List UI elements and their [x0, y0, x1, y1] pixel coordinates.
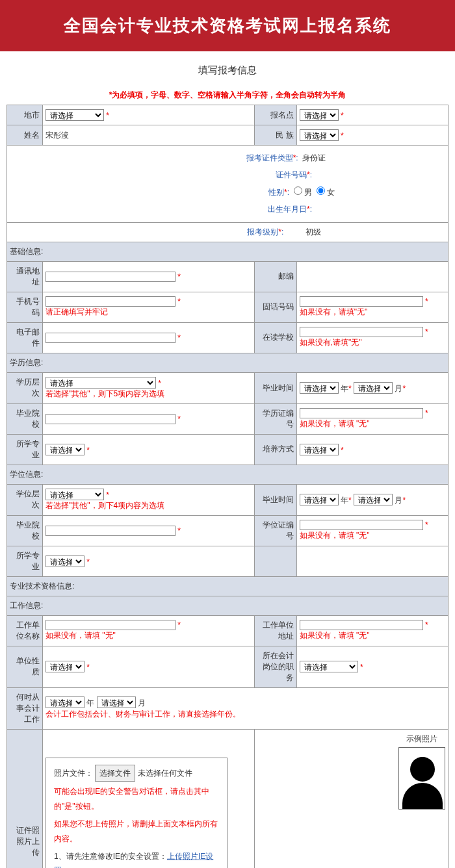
input-mobile[interactable] — [46, 296, 176, 307]
label-trainmode: 培养方式 — [254, 434, 296, 465]
cell-city: 请选择 * — [43, 105, 255, 125]
label-addr: 通讯地址 — [7, 261, 43, 292]
radio-female-label[interactable]: 女 — [317, 188, 335, 197]
hint-degcert: 如果没有，请填 "无" — [300, 531, 370, 540]
section-work: 工作信息: — [7, 596, 448, 615]
hint-educert: 如果没有，请填 "无" — [300, 419, 370, 428]
photo-warn1: 可能会出现IE的安全警告对话框，请点击其中的"是"按钮。 — [54, 784, 219, 814]
label-ethnic: 民 族 — [254, 125, 296, 146]
select-workstart-year[interactable]: 请选择 — [46, 696, 84, 708]
hint-school: 如果没有,请填"无" — [300, 338, 362, 347]
cell-site: 请选择 * — [296, 105, 448, 125]
label-mobile: 手机号码 — [7, 292, 43, 322]
radio-female[interactable] — [317, 186, 325, 195]
photo-instruction-box: 照片文件： 选择文件 未选择任何文件 可能会出现IE的安全警告对话框，请点击其中… — [46, 758, 228, 868]
required-star: * — [341, 131, 344, 140]
select-unittype[interactable]: 请选择 — [46, 661, 84, 672]
hint-phone: 如果没有，请填"无" — [300, 307, 368, 316]
cell-photo-instructions: 照片文件： 选择文件 未选择任何文件 可能会出现IE的安全警告对话框，请点击其中… — [43, 729, 255, 868]
select-grad-month[interactable]: 请选择 — [354, 382, 393, 394]
select-deg-month[interactable]: 请选择 — [354, 494, 393, 505]
section-protitle: 专业技术资格信息: — [7, 576, 448, 596]
page-header: 全国会计专业技术资格考试网上报名系统 — [0, 0, 455, 51]
select-edulevel[interactable]: 请选择 — [46, 377, 156, 389]
label-unittype: 单位性质 — [7, 646, 43, 687]
input-workunit[interactable] — [46, 620, 176, 630]
label-deg-gradtime: 毕业时间 — [254, 484, 296, 515]
label-site: 报名点 — [254, 105, 296, 125]
sample-photo-caption: 示例照片 — [398, 734, 445, 747]
input-addr[interactable] — [46, 272, 176, 282]
select-deglevel[interactable]: 请选择 — [46, 489, 104, 500]
input-degcert[interactable] — [300, 520, 423, 530]
label-educert: 学历证编号 — [254, 403, 296, 434]
radio-male-label[interactable]: 男 — [294, 188, 312, 197]
label-deg-major: 所学专业 — [7, 546, 43, 576]
label-gradschool: 毕业院校 — [7, 403, 43, 434]
input-school[interactable] — [300, 327, 423, 337]
input-email[interactable] — [46, 333, 176, 343]
select-site[interactable]: 请选择 — [300, 109, 339, 121]
select-grad-year[interactable]: 请选择 — [300, 382, 339, 394]
label-deglevel: 学位层次 — [7, 484, 43, 515]
label-position: 所在会计岗位的职务 — [254, 646, 296, 687]
select-workstart-month[interactable]: 请选择 — [97, 696, 136, 708]
label-gradtime: 毕业时间 — [254, 372, 296, 403]
label-city: 地市 — [7, 105, 43, 125]
input-phone[interactable] — [300, 296, 423, 307]
label-level: 报考级别*: — [134, 227, 283, 238]
photo-warn2: 如果您不想上传照片，请删掉上面文本框内所有内容。 — [54, 817, 219, 847]
required-star: * — [106, 111, 109, 120]
label-workaddr: 工作单位地址 — [254, 615, 296, 646]
label-phone: 固话号码 — [254, 292, 296, 322]
input-gradschool[interactable] — [46, 414, 176, 424]
section-base: 基础信息: — [7, 242, 448, 261]
registration-form: 地市 请选择 * 报名点 请选择 * 姓名 宋彤浚 民 族 请选择 * 报考证件… — [6, 105, 448, 868]
label-idtype: 报考证件类型*: — [129, 149, 298, 166]
label-major: 所学专业 — [7, 434, 43, 465]
input-educert[interactable] — [300, 408, 423, 418]
select-position[interactable]: 请选择 — [300, 661, 358, 672]
label-email: 电子邮件 — [7, 322, 43, 353]
cell-ethnic: 请选择 * — [296, 125, 448, 146]
hint-deglevel: 若选择"其他"，则下4项内容为选填 — [46, 501, 164, 510]
sample-photo-image — [398, 747, 445, 810]
hint-workaddr: 如果没有，请填 "无" — [300, 631, 370, 640]
section-edu: 学历信息: — [7, 353, 448, 372]
label-dob: 出生年月日*: — [143, 201, 312, 218]
cell-name: 宋彤浚 — [43, 125, 255, 146]
label-gender: 性别*: — [120, 184, 289, 201]
label-deg-school: 毕业院校 — [7, 515, 43, 546]
select-deg-year[interactable]: 请选择 — [300, 494, 339, 505]
hint-edulevel: 若选择"其他"，则下5项内容为选填 — [46, 389, 164, 398]
label-school: 在读学校 — [254, 322, 296, 353]
label-workstart: 何时从事会计工作 — [7, 687, 43, 729]
select-major[interactable]: 请选择 — [46, 444, 84, 455]
input-workaddr[interactable] — [300, 620, 423, 630]
no-file-text: 未选择任何文件 — [138, 769, 192, 778]
select-deg-major[interactable]: 请选择 — [46, 555, 84, 567]
hint-workunit: 如果没有，请填 "无" — [46, 631, 116, 640]
label-name: 姓名 — [7, 125, 43, 146]
value-level: 初级 — [306, 227, 321, 236]
choose-file-button[interactable]: 选择文件 — [95, 765, 135, 782]
radio-male[interactable] — [294, 186, 302, 195]
required-star: * — [341, 111, 344, 120]
page-title: 填写报考信息 — [0, 51, 455, 83]
label-idno: 证件号码*: — [143, 166, 312, 183]
value-idtype: 身份证 — [302, 153, 326, 162]
label-workunit: 工作单位名称 — [7, 615, 43, 646]
section-degree: 学位信息: — [7, 465, 448, 484]
level-block: 报考级别*: 初级 — [7, 222, 448, 242]
select-ethnic[interactable]: 请选择 — [300, 129, 339, 141]
label-degcert: 学位证编号 — [254, 515, 296, 546]
hint-workstart: 会计工作包括会计、财务与审计工作，请直接选择年份。 — [46, 709, 240, 719]
select-trainmode[interactable]: 请选择 — [300, 444, 339, 455]
select-city[interactable]: 请选择 — [46, 109, 104, 121]
label-edulevel: 学历层次 — [7, 372, 43, 403]
top-warning: *为必填项，字母、数字、空格请输入半角字符，全角会自动转为半角 — [0, 83, 455, 105]
label-photo: 证件照照片上传 — [7, 729, 43, 868]
input-deg-school[interactable] — [46, 526, 176, 536]
cell-sample-photo: 示例照片 上传照片IE设置 — [254, 729, 448, 868]
id-info-block: 报考证件类型*: 身份证 证件号码*: 性别*: 男 女 出生年月日*: — [7, 146, 448, 223]
